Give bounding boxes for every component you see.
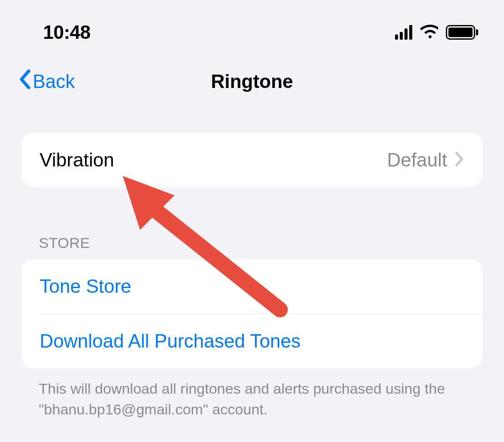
store-section-header: STORE bbox=[39, 235, 482, 251]
back-label: Back bbox=[33, 71, 75, 92]
tone-store-row[interactable]: Tone Store bbox=[22, 259, 482, 313]
wifi-icon bbox=[420, 25, 438, 40]
page-title: Ringtone bbox=[211, 71, 293, 92]
chevron-right-icon bbox=[455, 151, 464, 169]
status-icons bbox=[395, 25, 478, 40]
tone-store-label: Tone Store bbox=[40, 276, 464, 297]
battery-icon bbox=[446, 25, 478, 40]
vibration-group: Vibration Default bbox=[22, 133, 482, 187]
chevron-left-icon bbox=[17, 69, 32, 94]
status-bar: 10:48 bbox=[0, 0, 504, 52]
back-button[interactable]: Back bbox=[17, 69, 75, 94]
download-tones-label: Download All Purchased Tones bbox=[40, 330, 464, 352]
store-footer-text: This will download all ringtones and ale… bbox=[39, 379, 465, 420]
download-tones-row[interactable]: Download All Purchased Tones bbox=[22, 314, 482, 368]
vibration-row[interactable]: Vibration Default bbox=[22, 133, 482, 187]
status-time: 10:48 bbox=[43, 22, 90, 43]
store-group: Tone Store Download All Purchased Tones bbox=[22, 259, 482, 368]
vibration-label: Vibration bbox=[40, 149, 114, 171]
vibration-value: Default bbox=[387, 149, 447, 171]
navigation-bar: Back Ringtone bbox=[0, 52, 504, 116]
cellular-signal-icon bbox=[395, 25, 412, 40]
